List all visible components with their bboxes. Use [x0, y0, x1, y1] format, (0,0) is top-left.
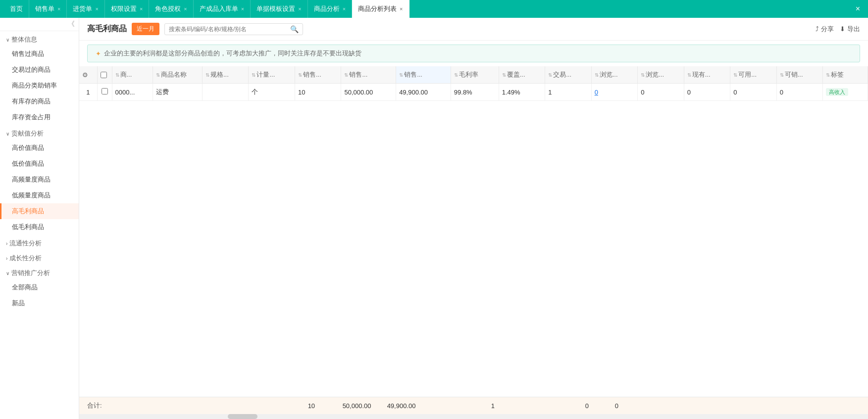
col-sales-qty[interactable]: ⇅ 销售...: [295, 66, 341, 84]
close-icon[interactable]: ×: [298, 6, 301, 12]
cell-checkbox[interactable]: [97, 84, 112, 101]
page-title: 高毛利商品: [87, 24, 127, 34]
close-icon[interactable]: ×: [57, 6, 60, 12]
sidebar-group-label: 流通性分析: [9, 239, 42, 248]
sort-icon: ⇅: [454, 72, 458, 78]
search-icon[interactable]: 🔍: [290, 25, 299, 33]
search-box: 🔍: [164, 23, 303, 35]
sidebar-item-sales-goods[interactable]: 销售过商品: [0, 46, 79, 62]
row-checkbox[interactable]: [102, 88, 108, 94]
col-name[interactable]: ⇅ 商品名称: [153, 66, 202, 84]
close-icon[interactable]: ×: [400, 6, 403, 12]
export-icon: ⬇: [840, 25, 845, 33]
search-input[interactable]: [169, 26, 287, 33]
cell-margin-rate: 99.8%: [451, 84, 499, 101]
col-sales-cost[interactable]: ⇅ 销售...: [396, 66, 451, 84]
info-banner: ✦ 企业的主要的利润都是这部分商品创造的，可考虑加大推广，同时关注库存是不要出现…: [87, 45, 860, 62]
collapse-icon[interactable]: 《: [68, 20, 75, 29]
sidebar-item-low-freq[interactable]: 低频量度商品: [0, 187, 79, 203]
sidebar-item-high-value[interactable]: 高价值商品: [0, 140, 79, 156]
sidebar-item-all-goods[interactable]: 全部商品: [0, 279, 79, 295]
sidebar-item-low-margin[interactable]: 低毛利商品: [0, 219, 79, 235]
sidebar-item-category-assist[interactable]: 商品分类助销率: [0, 78, 79, 93]
col-browse1[interactable]: ⇅ 浏览...: [591, 66, 638, 84]
cell-sales-cost: 49,900.00: [396, 84, 451, 101]
close-icon[interactable]: ×: [343, 6, 346, 12]
sort-icon: ⇅: [687, 72, 691, 78]
info-text: 企业的主要的利润都是这部分商品创造的，可考虑加大推广，同时关注库存是不要出现缺货: [104, 49, 361, 58]
cell-browse1[interactable]: 0: [591, 84, 638, 101]
sidebar-group-label: 贡献值分析: [11, 129, 44, 138]
cell-code: 0000...: [112, 84, 153, 101]
close-icon[interactable]: ×: [184, 6, 187, 12]
sidebar-group-growth[interactable]: › 成长性分析: [0, 250, 79, 265]
share-icon: ⤴: [816, 25, 819, 33]
sidebar-item-new-goods[interactable]: 新品: [0, 295, 79, 311]
total-sales-qty: 10: [308, 402, 343, 410]
horizontal-scrollbar[interactable]: [79, 414, 868, 419]
footer-total: 合计: 10 50,000.00 49,900.00 1 0 0: [79, 397, 868, 414]
tab-home[interactable]: 首页: [4, 0, 29, 18]
sidebar-item-high-margin[interactable]: 高毛利商品: [0, 203, 79, 219]
arrow-icon: ∨: [6, 131, 9, 137]
tab-purchase-order[interactable]: 进货单 ×: [67, 0, 104, 18]
sidebar-group-flow[interactable]: › 流通性分析: [0, 235, 79, 250]
browse1-link[interactable]: 0: [595, 89, 598, 96]
filter-period-button[interactable]: 近一月: [132, 23, 159, 35]
sidebar-group-finance[interactable]: ∨ 贡献值分析: [0, 125, 79, 140]
scroll-thumb[interactable]: [228, 414, 257, 419]
sidebar-item-traded-goods[interactable]: 交易过的商品: [0, 62, 79, 78]
arrow-icon: ∨: [6, 271, 9, 276]
sidebar-toggle[interactable]: 《: [0, 18, 79, 31]
col-sales-amt[interactable]: ⇅ 销售...: [341, 66, 396, 84]
col-browse2[interactable]: ⇅ 浏览...: [638, 66, 684, 84]
sidebar-item-low-value[interactable]: 低价值商品: [0, 156, 79, 172]
close-icon[interactable]: ×: [241, 6, 244, 12]
sidebar-item-high-freq[interactable]: 高频量度商品: [0, 172, 79, 187]
cell-available2: 0: [730, 84, 777, 101]
top-navigation: 首页 销售单 × 进货单 × 权限设置 × 角色授权 × 产成品入库单 × 单据…: [0, 0, 868, 18]
col-spec[interactable]: ⇅ 规格...: [202, 66, 249, 84]
tab-template-settings[interactable]: 单据模板设置 ×: [251, 0, 307, 18]
tab-goods-analysis[interactable]: 商品分析 ×: [308, 0, 352, 18]
tab-sales-order[interactable]: 销售单 ×: [29, 0, 67, 18]
select-all-checkbox[interactable]: [101, 72, 107, 78]
close-all-button[interactable]: ×: [852, 4, 864, 13]
export-button[interactable]: ⬇ 导出: [840, 25, 860, 34]
sort-icon: ⇅: [399, 72, 403, 78]
table-row: 1 0000... 运费 个 10 50,000.00 49,900.00 99…: [79, 84, 868, 101]
col-unit[interactable]: ⇅ 计量...: [249, 66, 295, 84]
sort-icon: ⇅: [826, 72, 830, 78]
col-sellable[interactable]: ⇅ 可销...: [776, 66, 823, 84]
col-trade[interactable]: ⇅ 交易...: [545, 66, 592, 84]
sort-icon: ⇅: [298, 72, 302, 78]
close-icon[interactable]: ×: [95, 6, 98, 12]
sidebar-item-stock-occupy[interactable]: 库存资金占用: [0, 109, 79, 125]
sidebar-group-label: 成长性分析: [9, 254, 42, 263]
col-code[interactable]: ⇅ 商...: [112, 66, 153, 84]
tag-badge: 高收入: [826, 88, 848, 96]
sidebar-group-overall[interactable]: ∨ 整体信息: [0, 31, 79, 46]
table-container: ⚙ ⇅ 商... ⇅: [79, 66, 868, 397]
sort-icon: ⇅: [641, 72, 645, 78]
sidebar-item-in-stock[interactable]: 有库存的商品: [0, 93, 79, 109]
cell-name: 运费: [153, 84, 202, 101]
sort-icon: ⇅: [502, 72, 506, 78]
tab-product-inbound[interactable]: 产成品入库单 ×: [194, 0, 251, 18]
sidebar-group-marketing[interactable]: ∨ 营销推广分析: [0, 265, 79, 279]
col-checkbox[interactable]: [97, 66, 112, 84]
col-margin-rate[interactable]: ⇅ 毛利率: [451, 66, 499, 84]
close-icon[interactable]: ×: [140, 6, 143, 12]
col-tag[interactable]: ⇅ 标签: [823, 66, 868, 84]
data-table: ⚙ ⇅ 商... ⇅: [79, 66, 868, 101]
share-button[interactable]: ⤴ 分享: [816, 25, 834, 34]
sort-icon: ⇅: [205, 72, 209, 78]
cell-index: 1: [79, 84, 97, 101]
col-cover[interactable]: ⇅ 覆盖...: [499, 66, 545, 84]
tab-goods-analysis-list[interactable]: 商品分析列表 ×: [352, 0, 409, 18]
tab-role-auth[interactable]: 角色授权 ×: [149, 0, 193, 18]
col-settings[interactable]: ⚙: [79, 66, 97, 84]
tab-permission-settings[interactable]: 权限设置 ×: [105, 0, 149, 18]
col-available1[interactable]: ⇅ 现有...: [684, 66, 730, 84]
col-available2[interactable]: ⇅ 可用...: [730, 66, 777, 84]
